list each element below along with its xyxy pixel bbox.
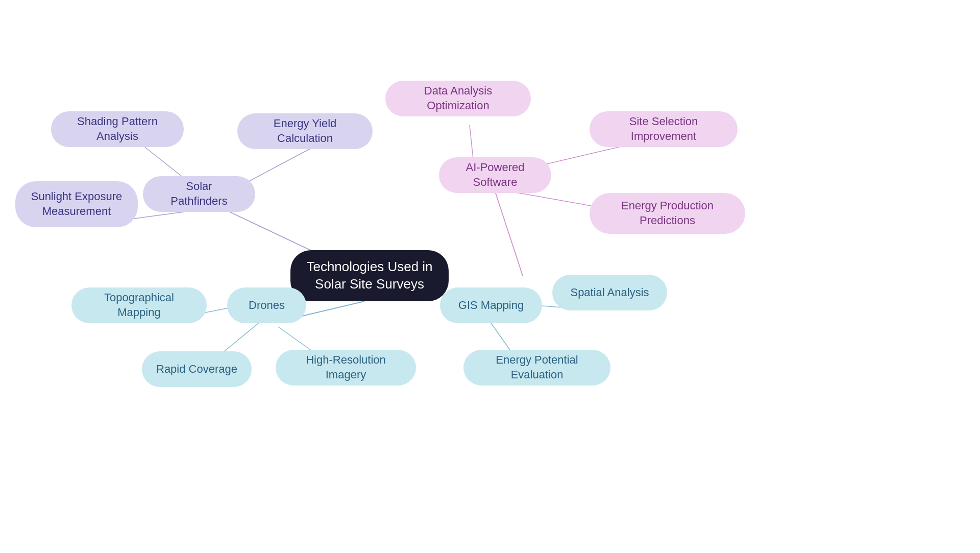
diagram-container: Technologies Used in Solar Site Surveys … <box>0 0 980 553</box>
node-data-analysis: Data Analysis Optimization <box>385 81 531 116</box>
center-node: Technologies Used in Solar Site Surveys <box>290 250 449 301</box>
node-solar-pathfinders: Solar Pathfinders <box>143 176 255 212</box>
node-drones: Drones <box>227 287 306 323</box>
node-ai-software: AI-Powered Software <box>439 157 551 193</box>
node-topographical: Topographical Mapping <box>71 287 207 323</box>
node-spatial-analysis: Spatial Analysis <box>552 275 667 310</box>
node-gis-mapping: GIS Mapping <box>440 287 542 323</box>
node-rapid-coverage: Rapid Coverage <box>142 351 252 387</box>
node-shading-pattern: Shading Pattern Analysis <box>51 111 184 147</box>
node-energy-potential: Energy Potential Evaluation <box>463 350 610 386</box>
node-energy-yield: Energy Yield Calculation <box>237 113 373 149</box>
node-high-res: High-Resolution Imagery <box>276 350 416 386</box>
node-sunlight-exposure: Sunlight Exposure Measurement <box>15 181 138 227</box>
node-energy-production: Energy Production Predictions <box>590 193 745 234</box>
node-site-selection: Site Selection Improvement <box>590 111 738 147</box>
svg-line-1 <box>495 191 523 276</box>
